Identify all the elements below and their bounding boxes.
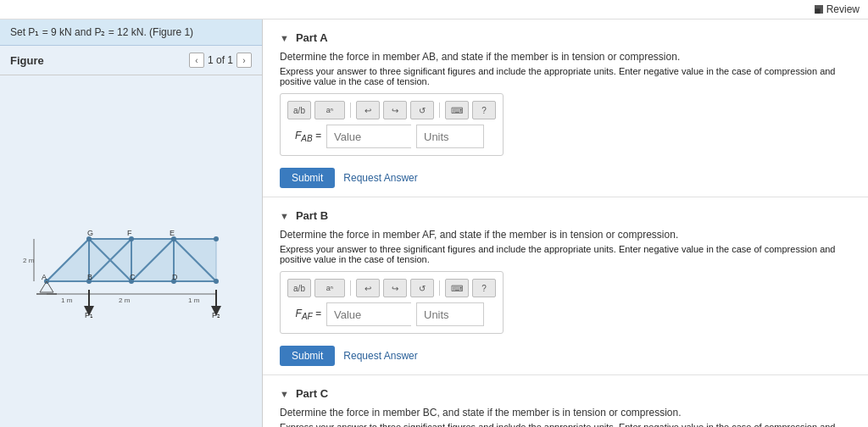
keyboard-button-b[interactable]: ⌨ <box>445 279 469 297</box>
part-b-input-row: FAF = <box>287 302 496 326</box>
svg-text:P₂: P₂ <box>212 311 220 319</box>
superscript-button-b[interactable]: aⁿ <box>314 279 345 297</box>
part-b-units-input[interactable] <box>416 302 484 326</box>
svg-text:C: C <box>130 273 136 281</box>
frac-button-b[interactable]: a/b <box>287 279 311 297</box>
part-b-instruction-sub: Express your answer to three significant… <box>280 244 851 264</box>
svg-text:2 m: 2 m <box>119 297 131 304</box>
svg-point-37 <box>214 236 219 241</box>
help-button-a[interactable]: ? <box>472 101 496 119</box>
part-c-section: ▼ Part C Determine the force in member B… <box>263 375 868 427</box>
part-b-submit-button[interactable]: Submit <box>280 346 335 366</box>
figure-nav-label: 1 of 1 <box>208 54 233 66</box>
main-layout: Set P₁ = 9 kN and P₂ = 12 kN. (Figure 1)… <box>0 19 868 427</box>
part-a-answer-box: a/b aⁿ ↩ ↪ ↺ ⌨ ? FAB = <box>280 93 504 156</box>
review-label: Review <box>826 3 860 15</box>
sep1-b <box>350 280 351 296</box>
figure-title: Figure <box>10 54 44 67</box>
svg-text:D: D <box>172 273 178 281</box>
left-panel: Set P₁ = 9 kN and P₂ = 12 kN. (Figure 1)… <box>0 19 263 427</box>
part-b-label: Part B <box>296 209 328 222</box>
redo-button-b[interactable]: ↪ <box>383 279 407 297</box>
part-a-input-row: FAB = <box>287 125 496 148</box>
part-a-value-input[interactable] <box>326 125 411 148</box>
part-c-instruction-sub: Express your answer to three significant… <box>280 422 851 427</box>
part-c-label: Part C <box>296 387 328 400</box>
svg-text:A: A <box>42 273 47 281</box>
top-bar: ■ Review <box>0 0 868 19</box>
part-a-header: ▼ Part A <box>280 31 851 44</box>
svg-text:1 m: 1 m <box>188 297 200 304</box>
figure-area: A B C D G F E 2 m 1 m 2 m 1 m <box>0 75 262 427</box>
keyboard-button-a[interactable]: ⌨ <box>445 101 469 119</box>
part-b-instruction-main: Determine the force in member AF, and st… <box>280 229 851 241</box>
part-a-submit-button[interactable]: Submit <box>280 168 335 188</box>
part-a-section: ▼ Part A Determine the force in member A… <box>263 19 868 197</box>
sep1-a <box>350 103 351 118</box>
part-b-actions: Submit Request Answer <box>280 346 851 366</box>
sep2-a <box>439 103 440 118</box>
right-panel: ▼ Part A Determine the force in member A… <box>263 19 868 427</box>
part-b-field-label: FAF = <box>287 308 321 321</box>
svg-text:E: E <box>170 229 175 237</box>
part-a-request-link[interactable]: Request Answer <box>343 172 417 184</box>
svg-text:G: G <box>87 229 93 237</box>
part-a-instruction-main: Determine the force in member AB, and st… <box>280 51 851 63</box>
part-b-section: ▼ Part B Determine the force in member A… <box>263 197 868 375</box>
part-b-header: ▼ Part B <box>280 209 851 222</box>
figure-header: Figure ‹ 1 of 1 › <box>0 46 262 75</box>
svg-text:B: B <box>87 273 92 281</box>
part-a-actions: Submit Request Answer <box>280 168 851 188</box>
part-c-header: ▼ Part C <box>280 387 851 400</box>
review-button[interactable]: ■ Review <box>815 3 860 15</box>
superscript-button-a[interactable]: aⁿ <box>314 101 345 119</box>
svg-text:F: F <box>127 229 132 237</box>
part-a-field-label: FAB = <box>287 130 321 143</box>
svg-text:1 m: 1 m <box>61 297 73 304</box>
part-a-collapse[interactable]: ▼ <box>280 33 289 43</box>
part-a-instruction-sub: Express your answer to three significant… <box>280 66 851 86</box>
nav-next-button[interactable]: › <box>236 53 252 68</box>
reset-button-b[interactable]: ↺ <box>410 279 434 297</box>
figure-svg: A B C D G F E 2 m 1 m 2 m 1 m <box>21 184 242 319</box>
redo-button-a[interactable]: ↪ <box>383 101 407 119</box>
svg-text:P₁: P₁ <box>85 311 93 319</box>
given-info: Set P₁ = 9 kN and P₂ = 12 kN. (Figure 1) <box>0 19 262 46</box>
svg-point-33 <box>214 279 219 284</box>
undo-button-b[interactable]: ↩ <box>356 279 380 297</box>
help-button-b[interactable]: ? <box>472 279 496 297</box>
part-a-units-input[interactable] <box>416 125 484 148</box>
sep2-b <box>439 280 440 296</box>
given-info-text: Set P₁ = 9 kN and P₂ = 12 kN. (Figure 1) <box>10 26 193 38</box>
part-c-instruction-main: Determine the force in member BC, and st… <box>280 407 851 419</box>
figure-nav: ‹ 1 of 1 › <box>189 53 252 68</box>
undo-button-a[interactable]: ↩ <box>356 101 380 119</box>
part-c-collapse[interactable]: ▼ <box>280 389 289 399</box>
frac-button-a[interactable]: a/b <box>287 101 311 119</box>
part-a-label: Part A <box>296 31 328 44</box>
nav-prev-button[interactable]: ‹ <box>189 53 204 68</box>
svg-text:2 m: 2 m <box>23 257 35 264</box>
part-b-request-link[interactable]: Request Answer <box>343 350 417 362</box>
review-icon: ■ <box>815 5 823 14</box>
part-b-answer-box: a/b aⁿ ↩ ↪ ↺ ⌨ ? FAF = <box>280 271 504 334</box>
reset-button-a[interactable]: ↺ <box>410 101 434 119</box>
part-a-toolbar: a/b aⁿ ↩ ↪ ↺ ⌨ ? <box>287 101 496 119</box>
part-b-collapse[interactable]: ▼ <box>280 211 289 221</box>
part-b-value-input[interactable] <box>326 302 411 326</box>
part-b-toolbar: a/b aⁿ ↩ ↪ ↺ ⌨ ? <box>287 279 496 297</box>
